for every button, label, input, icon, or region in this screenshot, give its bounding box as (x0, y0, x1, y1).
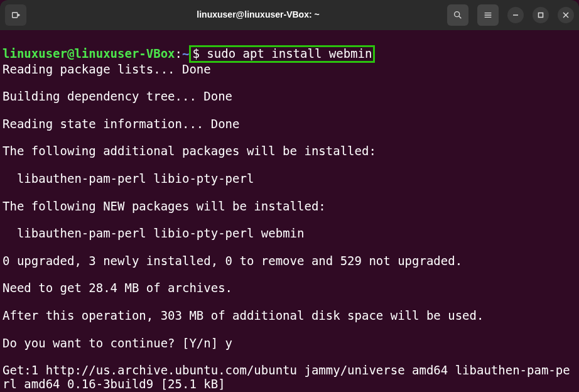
titlebar-right (436, 4, 574, 26)
prompt-path: ~ (182, 46, 189, 60)
window-titlebar: linuxuser@linuxuser-VBox: ~ (0, 0, 579, 30)
command-text: sudo apt install webmin (207, 46, 372, 60)
maximize-button[interactable] (533, 7, 549, 23)
prompt-dollar: $ (192, 46, 207, 60)
window-title: linuxuser@linuxuser-VBox: ~ (80, 8, 436, 22)
output-line: libauthen-pam-perl libio-pty-perl (3, 172, 576, 186)
svg-rect-9 (539, 13, 543, 18)
new-tab-button[interactable] (5, 4, 26, 26)
output-line: The following additional packages will b… (3, 144, 576, 158)
prompt-user-host: linuxuser@linuxuser-VBox (3, 46, 175, 60)
svg-point-3 (455, 12, 460, 17)
titlebar-left (5, 4, 80, 26)
close-button[interactable] (558, 7, 574, 23)
svg-rect-0 (13, 13, 18, 18)
hamburger-menu-button[interactable] (477, 4, 499, 26)
terminal-area[interactable]: linuxuser@linuxuser-VBox:~$ sudo apt ins… (0, 30, 579, 392)
output-line: Reading state information... Done (3, 117, 576, 131)
output-line: Need to get 28.4 MB of archives. (3, 281, 576, 295)
output-line: Reading package lists... Done (3, 63, 576, 77)
output-line: After this operation, 303 MB of addition… (3, 309, 576, 323)
output-line: Get:1 http://us.archive.ubuntu.com/ubunt… (3, 364, 576, 391)
command-highlight: $ sudo apt install webmin (189, 45, 375, 63)
svg-line-4 (459, 16, 461, 18)
prompt-colon: : (175, 46, 182, 60)
output-line: libauthen-pam-perl libio-pty-perl webmin (3, 227, 576, 241)
output-line: Do you want to continue? [Y/n] y (3, 337, 576, 351)
output-line: The following NEW packages will be insta… (3, 200, 576, 214)
search-button[interactable] (447, 4, 468, 26)
minimize-button[interactable] (507, 7, 524, 23)
output-line: 0 upgraded, 3 newly installed, 0 to remo… (3, 254, 576, 268)
output-line: Building dependency tree... Done (3, 90, 576, 104)
